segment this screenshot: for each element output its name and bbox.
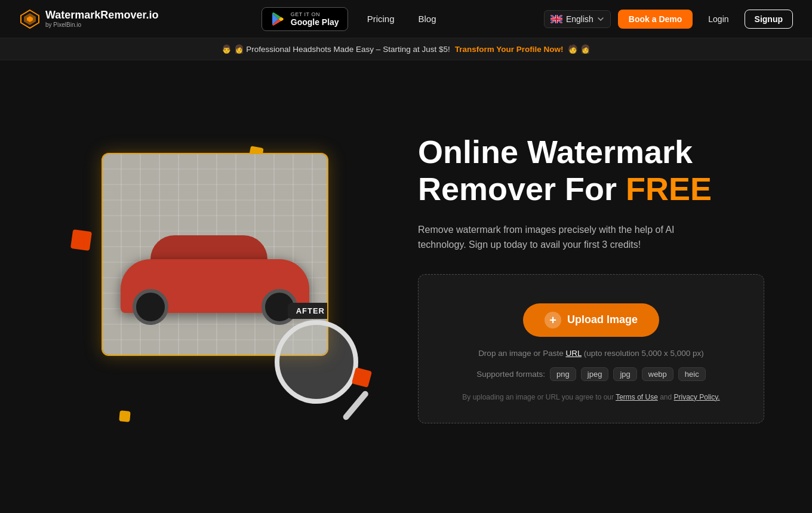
format-badge-jpg: jpg	[613, 367, 636, 381]
navbar: WatermarkRemover.io by PixelBin.io GET I…	[0, 0, 812, 38]
book-demo-button[interactable]: Book a Demo	[618, 10, 693, 29]
car-silhouette	[115, 241, 315, 331]
deco-square-4	[119, 410, 131, 422]
plus-icon: +	[545, 312, 561, 328]
privacy-policy-link[interactable]: Privacy Policy.	[674, 393, 720, 401]
magnifier-circle	[275, 320, 358, 404]
format-badge-webp: webp	[642, 367, 673, 381]
terms-of-use-link[interactable]: Terms of Use	[616, 393, 658, 401]
url-link[interactable]: URL	[565, 349, 582, 358]
navbar-right: English Book a Demo Login Signup	[544, 10, 793, 29]
hero-image-wrapper: AFTER	[102, 153, 352, 404]
google-play-text: GET IT ON Google Play	[291, 11, 339, 27]
logo-title: WatermarkRemover.io	[45, 10, 158, 21]
announcement-suffix: 🧑 👩	[568, 44, 590, 54]
navbar-center: GET IT ON Google Play Pricing Blog	[262, 7, 441, 31]
announcement-cta[interactable]: Transform Your Profile Now!	[455, 45, 564, 54]
after-badge: AFTER	[288, 303, 328, 319]
signup-button[interactable]: Signup	[745, 10, 793, 29]
announcement-bar: 👨 👩 Professional Headshots Made Easy – S…	[0, 38, 812, 60]
login-button[interactable]: Login	[700, 10, 737, 29]
hero-title-free: FREE	[626, 171, 712, 207]
logo-icon	[19, 8, 41, 30]
google-play-icon	[270, 12, 285, 26]
format-badge-jpeg: jpeg	[581, 367, 609, 381]
formats-label: Supported formats:	[476, 370, 545, 379]
terms-text: By uploading an image or URL you agree t…	[438, 393, 745, 401]
language-label: English	[566, 14, 593, 24]
car-wheel-left	[133, 289, 168, 325]
announcement-text: 👨 👩 Professional Headshots Made Easy – S…	[222, 44, 450, 54]
hero-content: Online Watermark Remover For FREE Remove…	[418, 133, 764, 423]
blog-link[interactable]: Blog	[414, 11, 441, 26]
hero-illustration: AFTER	[72, 123, 382, 434]
format-badge-png: png	[550, 367, 576, 381]
hero-title: Online Watermark Remover For FREE	[418, 133, 764, 207]
google-play-button[interactable]: GET IT ON Google Play	[262, 7, 348, 31]
deco-square-2	[70, 229, 92, 251]
upload-subtext: Drop an image or Paste URL (upto resolut…	[438, 349, 745, 358]
upload-box: + Upload Image Drop an image or Paste UR…	[418, 274, 764, 423]
logo-subtitle: by PixelBin.io	[45, 21, 158, 28]
supported-formats: Supported formats: png jpeg jpg webp hei…	[438, 367, 745, 381]
logo-area: WatermarkRemover.io by PixelBin.io	[19, 8, 158, 30]
chevron-down-icon	[597, 16, 604, 23]
pricing-link[interactable]: Pricing	[362, 11, 399, 26]
language-selector[interactable]: English	[544, 10, 611, 28]
format-badge-heic: heic	[678, 367, 706, 381]
upload-image-button[interactable]: + Upload Image	[523, 303, 659, 337]
english-flag-icon	[550, 15, 562, 23]
magnifier-handle	[342, 390, 370, 421]
hero-description: Remove watermark from images precisely w…	[418, 222, 716, 253]
hero-section: AFTER Online Watermark Remover For FREE …	[0, 60, 812, 496]
upload-button-label: Upload Image	[567, 314, 638, 326]
